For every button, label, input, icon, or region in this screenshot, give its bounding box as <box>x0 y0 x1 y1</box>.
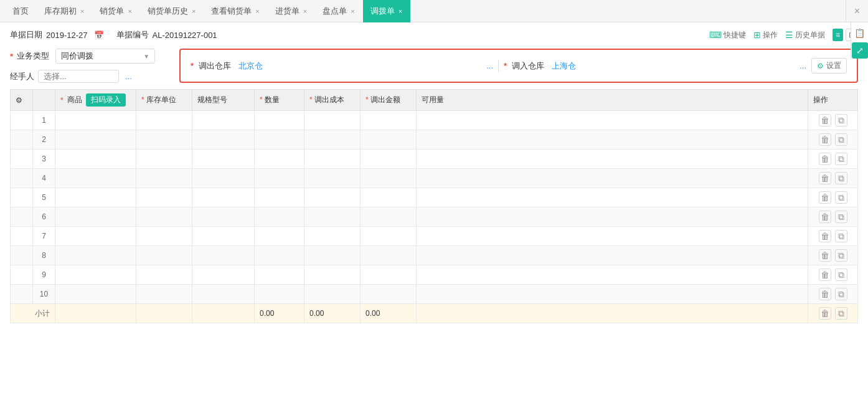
spec-cell[interactable] <box>192 207 255 227</box>
product-cell[interactable] <box>55 285 136 304</box>
avail-cell[interactable] <box>417 285 808 304</box>
qty-cell[interactable] <box>255 246 304 265</box>
unit-cell[interactable] <box>136 246 192 265</box>
delete-row-btn[interactable]: 🗑 <box>819 288 831 300</box>
cost-cell[interactable] <box>304 188 361 207</box>
delete-row-btn[interactable]: 🗑 <box>819 114 831 126</box>
calendar-icon[interactable]: 📅 <box>94 31 104 40</box>
date-value[interactable]: 2019-12-27 <box>46 31 88 40</box>
product-cell[interactable] <box>55 207 136 227</box>
tab-transfer[interactable]: 调拨单 × <box>363 0 410 22</box>
product-cell[interactable] <box>55 130 136 150</box>
unit-cell[interactable] <box>136 207 192 227</box>
amount-cell[interactable] <box>361 130 417 150</box>
delete-row-btn[interactable]: 🗑 <box>819 269 831 281</box>
shortcut-button[interactable]: ⌨ 快捷键 <box>709 30 746 40</box>
out-warehouse-more-btn[interactable]: ... <box>486 61 493 70</box>
person-input[interactable] <box>38 70 119 83</box>
delete-row-btn[interactable]: 🗑 <box>819 133 831 146</box>
cost-cell[interactable] <box>304 130 361 150</box>
close-icon[interactable]: × <box>80 7 84 15</box>
amount-cell[interactable] <box>361 150 417 169</box>
tab-view-sales[interactable]: 查看销货单 × <box>204 0 267 22</box>
product-cell[interactable] <box>55 265 136 285</box>
avail-cell[interactable] <box>417 111 808 130</box>
sidebar-expand-icon[interactable]: ⤢ <box>852 42 868 59</box>
spec-cell[interactable] <box>192 188 255 207</box>
cost-cell[interactable] <box>304 207 361 227</box>
close-icon[interactable]: × <box>192 7 196 15</box>
product-cell[interactable] <box>55 246 136 265</box>
close-icon[interactable]: × <box>351 7 354 15</box>
out-warehouse-value[interactable]: 北京仓 <box>238 60 263 72</box>
cost-cell[interactable] <box>304 265 361 285</box>
avail-cell[interactable] <box>417 207 808 227</box>
copy-row-btn[interactable]: ⧉ <box>835 269 847 281</box>
qty-cell[interactable] <box>255 265 304 285</box>
avail-cell[interactable] <box>417 246 808 265</box>
cost-cell[interactable] <box>304 111 361 130</box>
qty-cell[interactable] <box>255 188 304 207</box>
business-type-select[interactable]: 同价调拨 ▼ <box>55 49 155 64</box>
in-warehouse-value[interactable]: 上海仓 <box>552 60 576 72</box>
tab-inventory-init[interactable]: 库存期初 × <box>37 0 92 22</box>
unit-cell[interactable] <box>136 150 192 169</box>
qty-cell[interactable] <box>255 169 304 188</box>
close-icon[interactable]: × <box>303 7 307 15</box>
cost-cell[interactable] <box>304 285 361 304</box>
copy-row-btn[interactable]: ⧉ <box>835 172 847 184</box>
qty-cell[interactable] <box>255 150 304 169</box>
copy-row-btn[interactable]: ⧉ <box>835 211 847 223</box>
person-more-btn[interactable]: ... <box>125 72 132 81</box>
cost-cell[interactable] <box>304 169 361 188</box>
avail-cell[interactable] <box>417 188 808 207</box>
avail-cell[interactable] <box>417 150 808 169</box>
amount-cell[interactable] <box>361 188 417 207</box>
qty-cell[interactable] <box>255 207 304 227</box>
product-cell[interactable] <box>55 111 136 130</box>
amount-cell[interactable] <box>361 111 417 130</box>
close-icon[interactable]: × <box>255 7 259 15</box>
delete-row-btn[interactable]: 🗑 <box>819 172 831 184</box>
product-cell[interactable] <box>55 169 136 188</box>
in-warehouse-more-btn[interactable]: ... <box>800 61 806 70</box>
setting-button[interactable]: ⚙ 设置 <box>811 58 847 74</box>
delete-row-btn[interactable]: 🗑 <box>819 153 831 165</box>
scan-button[interactable]: 扫码录入 <box>86 93 126 107</box>
unit-cell[interactable] <box>136 227 192 246</box>
avail-cell[interactable] <box>417 130 808 150</box>
tab-sales-history[interactable]: 销货单历史 × <box>140 0 204 22</box>
product-cell[interactable] <box>55 150 136 169</box>
history-button[interactable]: ☰ 历史单据 <box>785 30 825 40</box>
unit-cell[interactable] <box>136 130 192 150</box>
amount-cell[interactable] <box>361 285 417 304</box>
amount-cell[interactable] <box>361 246 417 265</box>
copy-row-btn[interactable]: ⧉ <box>835 307 847 320</box>
copy-row-btn[interactable]: ⧉ <box>835 191 847 204</box>
spec-cell[interactable] <box>192 130 255 150</box>
copy-row-btn[interactable]: ⧉ <box>835 114 847 126</box>
list-view-button[interactable]: ≡ <box>833 29 843 41</box>
operation-button[interactable]: ⊞ 操作 <box>753 30 778 40</box>
spec-cell[interactable] <box>192 150 255 169</box>
delete-row-btn[interactable]: 🗑 <box>819 307 831 320</box>
amount-cell[interactable] <box>361 227 417 246</box>
copy-row-btn[interactable]: ⧉ <box>835 288 847 300</box>
th-gear[interactable]: ⚙ <box>11 90 33 111</box>
copy-row-btn[interactable]: ⧉ <box>835 133 847 146</box>
qty-cell[interactable] <box>255 285 304 304</box>
spec-cell[interactable] <box>192 265 255 285</box>
copy-row-btn[interactable]: ⧉ <box>835 230 847 242</box>
close-icon[interactable]: × <box>399 7 402 15</box>
tab-home[interactable]: 首页 <box>5 0 37 22</box>
unit-cell[interactable] <box>136 265 192 285</box>
tab-purchase[interactable]: 进货单 × <box>268 0 315 22</box>
copy-row-btn[interactable]: ⧉ <box>835 249 847 262</box>
cost-cell[interactable] <box>304 246 361 265</box>
sidebar-note-icon[interactable]: 📋 <box>852 25 868 41</box>
avail-cell[interactable] <box>417 227 808 246</box>
spec-cell[interactable] <box>192 169 255 188</box>
unit-cell[interactable] <box>136 188 192 207</box>
copy-row-btn[interactable]: ⧉ <box>835 153 847 165</box>
delete-row-btn[interactable]: 🗑 <box>819 249 831 262</box>
